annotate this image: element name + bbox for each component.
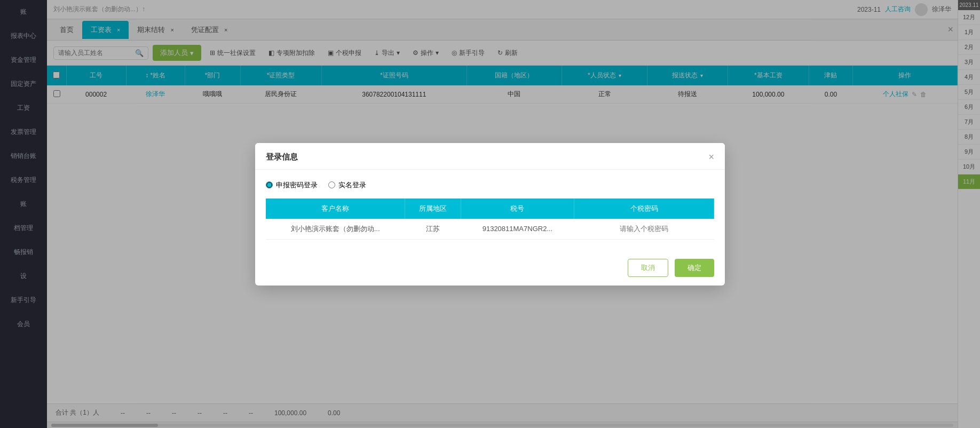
tax-pwd-input[interactable] — [581, 225, 708, 233]
radio-password-login[interactable]: 申报密码登录 — [266, 180, 318, 190]
modal-tax-pwd-cell[interactable] — [574, 219, 714, 240]
radio-realname-login[interactable]: 实名登录 — [328, 180, 366, 190]
modal-overlay: 登录信息 × 申报密码登录 实名登录 客户名称 所属地区 — [0, 0, 980, 428]
login-info-modal: 登录信息 × 申报密码登录 实名登录 客户名称 所属地区 — [255, 143, 725, 286]
modal-tax-no-cell: 91320811MA7NGR2... — [461, 219, 574, 240]
radio-realname-login-input[interactable] — [328, 181, 335, 188]
modal-close-button[interactable]: × — [708, 152, 714, 163]
modal-table-row: 刘小艳演示账套（勿删勿动... 江苏 91320811MA7NGR2... — [266, 219, 714, 240]
radio-password-login-input[interactable] — [266, 181, 273, 188]
modal-footer: 取消 确定 — [255, 250, 725, 286]
cancel-button[interactable]: 取消 — [628, 259, 668, 277]
modal-body: 申报密码登录 实名登录 客户名称 所属地区 税号 个税密码 — [255, 170, 725, 250]
radio-password-login-label: 申报密码登录 — [276, 180, 318, 190]
modal-region-cell: 江苏 — [405, 219, 461, 240]
modal-col-region: 所属地区 — [405, 199, 461, 219]
confirm-button[interactable]: 确定 — [675, 259, 714, 277]
modal-col-tax-no: 税号 — [461, 199, 574, 219]
radio-realname-login-label: 实名登录 — [338, 180, 366, 190]
login-type-radio-group: 申报密码登录 实名登录 — [266, 180, 714, 190]
modal-col-client-name: 客户名称 — [266, 199, 405, 219]
modal-client-name-cell: 刘小艳演示账套（勿删勿动... — [266, 219, 405, 240]
modal-header: 登录信息 × — [255, 143, 725, 170]
modal-col-tax-pwd: 个税密码 — [574, 199, 714, 219]
modal-title: 登录信息 — [266, 152, 298, 162]
login-table: 客户名称 所属地区 税号 个税密码 刘小艳演示账套（勿删勿动... 江苏 913… — [266, 199, 714, 240]
